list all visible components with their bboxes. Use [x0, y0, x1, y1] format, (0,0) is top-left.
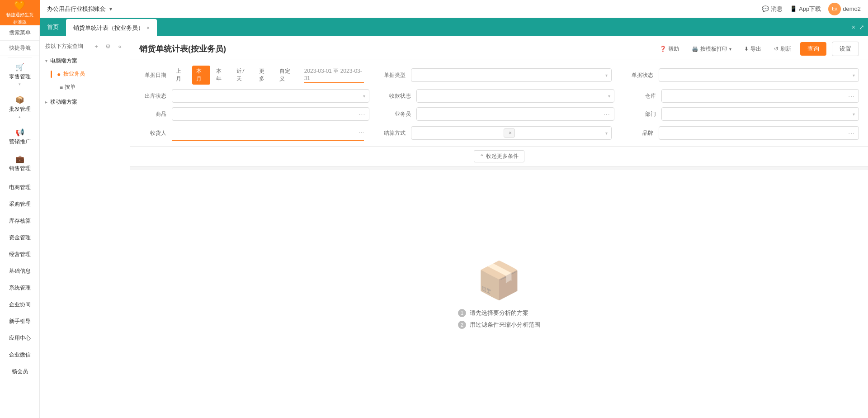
consignee-input[interactable] — [172, 125, 359, 139]
goods-select[interactable]: ··· — [172, 107, 369, 121]
date-btn-last-month[interactable]: 上月 — [172, 66, 190, 85]
app-download-btn[interactable]: 📱 App下载 — [790, 5, 821, 13]
doc-status-select[interactable]: ▾ — [659, 68, 859, 82]
maximize-icon[interactable]: ⤢ — [859, 24, 864, 31]
step-1-text: 请先选择要分析的方案 — [470, 309, 528, 317]
tab-home[interactable]: 首页 — [40, 18, 66, 36]
messages-btn[interactable]: 💬 消息 — [762, 5, 783, 13]
section-pc-arrow: ▾ — [45, 58, 47, 63]
sidebar-search[interactable]: 搜索菜单 — [0, 25, 39, 41]
filter-area: 单据日期 上月 本月 本年 近7天 更多 自定义 2023-03-01 至 20… — [130, 60, 868, 147]
retail-label: 零售管理 — [9, 73, 31, 81]
warehouse-select[interactable]: ··· — [661, 89, 859, 103]
receipt-status-chevron: ▾ — [608, 94, 610, 99]
sidebar-item-marketing[interactable]: 📢 营销推广 — [0, 124, 39, 150]
settings-scheme-btn[interactable]: ⚙ — [104, 42, 113, 51]
empty-step-1: 1 请先选择要分析的方案 — [458, 309, 540, 317]
empty-step-2: 2 用过滤条件来缩小分析范围 — [458, 321, 540, 329]
setting-btn[interactable]: 设置 — [832, 42, 859, 56]
warehouse-dots: ··· — [848, 92, 855, 100]
warehouse-label: 仓库 — [629, 92, 656, 100]
sidebar-item-inventory[interactable]: 库存核算 — [0, 213, 39, 229]
sidebar-item-member[interactable]: 畅会员 — [0, 363, 39, 380]
sidebar-item-ecommerce[interactable]: 电商管理 — [0, 179, 39, 196]
settlement-select[interactable]: × ▾ — [411, 126, 611, 140]
date-btn-more[interactable]: 更多 — [255, 66, 274, 85]
dept-select[interactable]: ▾ — [661, 107, 859, 121]
refresh-label: 刷新 — [780, 45, 791, 53]
date-btn-7days[interactable]: 近7天 — [232, 66, 254, 85]
newbie-label: 新手引导 — [9, 318, 31, 325]
receipt-status-select[interactable]: ▾ — [416, 89, 614, 103]
step-2-num: 2 — [458, 321, 466, 329]
scheme-by-salesperson[interactable]: ● 按业务员 — [40, 67, 130, 81]
sidebar-item-newbie[interactable]: 新手引导 — [0, 313, 39, 330]
consignee-dots: ··· — [359, 128, 364, 136]
date-group: 上月 本月 本年 近7天 更多 自定义 2023-03-01 至 2023-03… — [172, 66, 364, 85]
sidebar: 🧡 畅捷通好生意 标准版 搜索菜单 快捷导航 🛒 零售管理 ▾ 📦 批发管理 ▴… — [0, 0, 40, 418]
scheme-by-order[interactable]: ≡ 按单 — [40, 81, 130, 94]
brand-select[interactable]: ··· — [659, 126, 859, 140]
print-icon: 🖨️ — [692, 46, 698, 52]
sidebar-item-wholesale[interactable]: 📦 批发管理 ▴ — [0, 91, 39, 124]
settlement-tag-close[interactable]: × — [509, 130, 512, 136]
sidebar-item-system[interactable]: 系统管理 — [0, 280, 39, 296]
out-status-select[interactable]: ▾ — [172, 89, 369, 103]
close-window-icon[interactable]: × — [852, 24, 855, 31]
refresh-btn[interactable]: ↺ 刷新 — [770, 43, 795, 55]
out-status-label: 出库状态 — [139, 92, 166, 100]
salesperson-select[interactable]: ··· — [416, 107, 614, 121]
settlement-label: 结算方式 — [378, 129, 406, 137]
sidebar-quicknav[interactable]: 快捷导航 — [0, 41, 39, 56]
empty-state: 📦 1 请先选择要分析的方案 2 用过滤条件来缩小分析范围 — [130, 170, 868, 418]
section-pc-title[interactable]: ▾ 电脑端方案 — [40, 54, 130, 67]
marketing-icon: 📢 — [15, 128, 24, 137]
export-btn[interactable]: ⬇ 导出 — [741, 43, 765, 55]
member-label: 畅会员 — [12, 368, 28, 375]
settlement-tag: × — [504, 128, 515, 138]
sidebar-item-operations[interactable]: 经营管理 — [0, 246, 39, 263]
brand-label: 品牌 — [626, 129, 653, 137]
logo-sub: 标准版 — [13, 19, 27, 25]
query-btn[interactable]: 查询 — [800, 42, 826, 56]
operations-label: 经营管理 — [9, 251, 31, 258]
sidebar-item-wechat[interactable]: 企业微信 — [0, 347, 39, 363]
user-menu[interactable]: Ea demo2 — [828, 3, 861, 15]
doc-type-select[interactable]: ▾ — [411, 68, 611, 82]
purchase-label: 采购管理 — [9, 200, 31, 208]
appstore-label: 应用中心 — [9, 334, 31, 342]
salesperson-label: 业务员 — [384, 110, 411, 118]
section-mobile-title[interactable]: ▸ 移动端方案 — [40, 95, 130, 109]
print-btn[interactable]: 🖨️ 按模板打印 ▾ — [688, 43, 735, 55]
sidebar-item-sales[interactable]: 💼 销售管理 — [0, 150, 39, 177]
doc-type-label: 单据类型 — [378, 71, 406, 79]
sidebar-item-finance[interactable]: 资金管理 — [0, 229, 39, 246]
right-panel: 销货单统计表(按业务员) ❓ 帮助 🖨️ 按模板打印 ▾ ⬇ 导出 — [130, 36, 868, 418]
dept-label: 部门 — [629, 110, 656, 118]
section-mobile-label: 移动端方案 — [50, 98, 77, 106]
sidebar-item-appstore[interactable]: 应用中心 — [0, 330, 39, 347]
consignee-label: 收货人 — [139, 129, 166, 137]
chevron-down-icon: ▾ — [19, 82, 21, 86]
collapse-panel-btn[interactable]: « — [115, 42, 124, 51]
goods-dots: ··· — [359, 110, 366, 118]
left-panel: 按以下方案查询 + ⚙ « ▾ 电脑端方案 ● 按业务员 ≡ 按 — [40, 36, 130, 418]
topbar-dropdown[interactable]: ▾ — [109, 6, 112, 12]
date-range-display: 2023-03-01 至 2023-03-31 — [304, 67, 364, 83]
add-scheme-btn[interactable]: + — [92, 42, 101, 51]
goods-label: 商品 — [139, 110, 166, 118]
collapse-btn[interactable]: ⌃ 收起更多条件 — [474, 150, 524, 162]
sidebar-item-enterprise[interactable]: 企业协同 — [0, 296, 39, 313]
sidebar-item-basic[interactable]: 基础信息 — [0, 263, 39, 280]
help-btn[interactable]: ❓ 帮助 — [656, 43, 683, 55]
date-btn-this-year[interactable]: 本年 — [212, 66, 231, 85]
export-label: 导出 — [750, 45, 761, 53]
tab-active[interactable]: 销货单统计表（按业务员） × — [66, 19, 157, 37]
sales-label: 销售管理 — [9, 165, 31, 172]
tab-close-icon[interactable]: × — [146, 25, 150, 31]
date-btn-this-month[interactable]: 本月 — [192, 66, 211, 85]
sidebar-item-retail[interactable]: 🛒 零售管理 ▾ — [0, 58, 39, 91]
topbar-left: 办公用品行业模拟账套 ▾ — [47, 5, 112, 13]
sidebar-item-purchase[interactable]: 采购管理 — [0, 196, 39, 213]
date-btn-custom[interactable]: 自定义 — [275, 66, 299, 85]
